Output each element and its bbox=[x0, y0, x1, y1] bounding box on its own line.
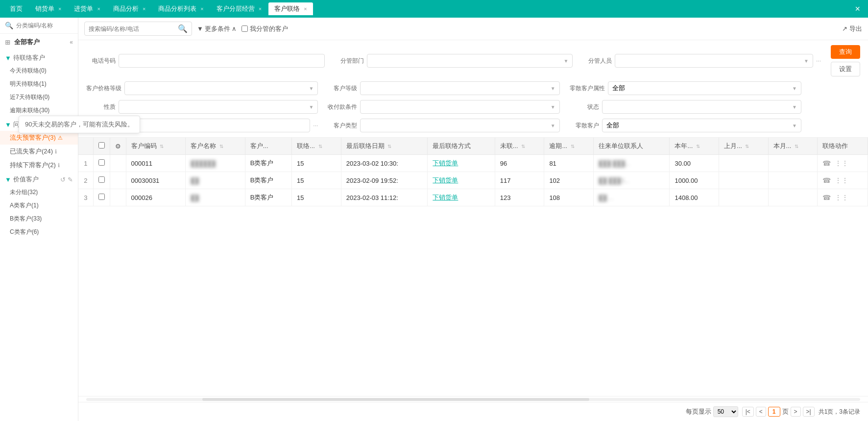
sidebar-item-class-b[interactable]: B类客户(33) bbox=[0, 212, 78, 225]
th-last-date[interactable]: 最后联络日期 ⇅ bbox=[341, 138, 428, 155]
last-page-button[interactable]: >| bbox=[803, 407, 815, 417]
nav-tab-purchase[interactable]: 进货单 × bbox=[68, 2, 106, 15]
sidebar-item-today[interactable]: 今天待联络(0) bbox=[0, 64, 78, 77]
price-grade-select[interactable]: ▼ bbox=[124, 81, 318, 95]
row-last-method-1[interactable]: 下销货单 bbox=[428, 172, 495, 189]
next-page-button[interactable]: > bbox=[791, 407, 801, 417]
export-button[interactable]: ↗ 导出 bbox=[842, 25, 862, 33]
phone-input[interactable] bbox=[119, 54, 325, 68]
collapse-icon: « bbox=[70, 39, 73, 46]
analysis-close-icon[interactable]: × bbox=[143, 6, 145, 12]
row-checkbox-2[interactable] bbox=[93, 189, 110, 206]
group-pending-label: 待联络客户 bbox=[13, 53, 45, 62]
person-dots[interactable]: ··· bbox=[816, 57, 821, 64]
my-customers-toggle[interactable]: 我分管的客户 bbox=[241, 25, 288, 33]
nature-select[interactable]: ▼ bbox=[119, 100, 318, 114]
row-checkbox-0[interactable] bbox=[93, 155, 110, 172]
declining-label: 持续下滑客户(2) bbox=[10, 161, 56, 170]
th-name[interactable]: 客户名称 ⇅ bbox=[186, 138, 245, 155]
action-more-1[interactable]: ⋮⋮ bbox=[835, 176, 848, 184]
sidebar-item-7days[interactable]: 近7天待联络(0) bbox=[0, 91, 78, 104]
sidebar-item-tomorrow[interactable]: 明天待联络(1) bbox=[0, 77, 78, 91]
row-last-method-2[interactable]: 下销货单 bbox=[428, 189, 495, 206]
sidebar-item-class-a[interactable]: A类客户(1) bbox=[0, 199, 78, 212]
nav-tab-customer-contact[interactable]: 客户联络 × bbox=[268, 2, 313, 15]
select-all-checkbox[interactable] bbox=[98, 142, 105, 149]
customer-contact-close-icon[interactable]: × bbox=[304, 6, 307, 12]
action-contact-0[interactable]: ☎ bbox=[822, 159, 831, 167]
th-overdue[interactable]: 逾期... ⇅ bbox=[544, 138, 594, 155]
search-button[interactable]: 🔍 bbox=[178, 24, 188, 33]
search-input-wrap: 🔍 bbox=[84, 22, 192, 36]
group-value-customers[interactable]: ▼ 价值客户 ↺ ✎ bbox=[0, 172, 78, 186]
action-more-2[interactable]: ⋮⋮ bbox=[835, 194, 848, 201]
analysis-list-close-icon[interactable]: × bbox=[200, 6, 203, 12]
filter-actions: 查询 设置 bbox=[831, 45, 860, 76]
retail-attr-select[interactable]: 全部 ▼ bbox=[608, 81, 801, 95]
sidebar-item-overdue[interactable]: 逾期未联络(30) bbox=[0, 104, 78, 117]
scrollbar-thumb[interactable] bbox=[202, 398, 589, 401]
retail-attr-value: 全部 bbox=[612, 84, 625, 93]
status-label: 状态 bbox=[570, 103, 599, 111]
nav-tab-sales[interactable]: 销货单 × bbox=[29, 2, 67, 15]
warning-icon: ⚠ bbox=[58, 135, 63, 141]
dept-select[interactable]: ▼ bbox=[367, 54, 573, 68]
th-contact[interactable]: 联络... ⇅ bbox=[292, 138, 341, 155]
first-page-button[interactable]: |< bbox=[742, 407, 754, 417]
customer-type-select[interactable]: ▼ bbox=[360, 119, 559, 132]
th-action: 联络动作 bbox=[818, 138, 868, 155]
sidebar-item-ungroup[interactable]: 未分组(32) bbox=[0, 186, 78, 199]
customer-grade-label: 客户等级 bbox=[328, 84, 357, 93]
horizontal-scrollbar[interactable] bbox=[78, 396, 868, 402]
settings-button[interactable]: 设置 bbox=[831, 62, 860, 76]
action-contact-1[interactable]: ☎ bbox=[822, 176, 831, 184]
sales-close-icon[interactable]: × bbox=[58, 6, 61, 12]
row-last-method-0[interactable]: 下销货单 bbox=[428, 155, 495, 172]
nav-tab-analysis[interactable]: 商品分析 × bbox=[107, 2, 151, 15]
region-input[interactable] bbox=[124, 119, 310, 132]
edit-icon[interactable]: ✎ bbox=[68, 176, 73, 183]
th-last-month[interactable]: 上月... ⇅ bbox=[719, 138, 769, 155]
row-action-0: ☎ ⋮⋮ bbox=[818, 155, 868, 172]
page-size-select[interactable]: 50 100 200 bbox=[713, 406, 738, 417]
refresh-icon[interactable]: ↺ bbox=[60, 176, 66, 183]
row-code-2: 000026 bbox=[126, 189, 186, 206]
region-dots[interactable]: ··· bbox=[313, 122, 318, 129]
purchase-close-icon[interactable]: × bbox=[97, 6, 100, 12]
retail-customer-select[interactable]: 全部 ▼ bbox=[602, 119, 801, 132]
my-customers-checkbox[interactable] bbox=[241, 25, 248, 32]
status-select[interactable]: ▼ bbox=[602, 100, 801, 114]
sidebar-search-input[interactable] bbox=[16, 22, 78, 29]
th-this-month[interactable]: 本月... ⇅ bbox=[768, 138, 818, 155]
person-select[interactable]: ▼ bbox=[615, 54, 813, 68]
row-checkbox-1[interactable] bbox=[93, 172, 110, 189]
action-more-0[interactable]: ⋮⋮ bbox=[835, 159, 848, 167]
th-code[interactable]: 客户编码 ⇅ bbox=[126, 138, 186, 155]
nav-tab-analysis-list[interactable]: 商品分析列表 × bbox=[152, 2, 209, 15]
sidebar-item-declining[interactable]: 持续下滑客户(2) ℹ bbox=[0, 158, 78, 172]
action-contact-2[interactable]: ☎ bbox=[822, 194, 831, 201]
row-this-year-1: 1000.00 bbox=[670, 172, 719, 189]
th-settings[interactable]: ⚙ bbox=[110, 138, 126, 155]
th-last-method: 最后联络方式 bbox=[428, 138, 495, 155]
sidebar-item-churned[interactable]: 已流失客户(24) ℹ bbox=[0, 145, 78, 158]
th-no-contact[interactable]: 未联... ⇅ bbox=[495, 138, 544, 155]
customer-grade-select[interactable]: ▼ bbox=[360, 81, 559, 95]
window-close-button[interactable]: × bbox=[851, 4, 864, 14]
contact-sort-icon: ⇅ bbox=[318, 144, 322, 149]
nav-tab-customer-segment[interactable]: 客户分层经营 × bbox=[211, 2, 267, 15]
row-num-1: 2 bbox=[78, 172, 93, 189]
th-this-year[interactable]: 本年... ⇅ bbox=[670, 138, 719, 155]
sidebar-item-class-c[interactable]: C类客户(6) bbox=[0, 225, 78, 239]
query-button[interactable]: 查询 bbox=[831, 45, 860, 59]
sidebar-all-customers[interactable]: ⊞ 全部客户 « bbox=[0, 34, 78, 50]
group-pending-contact[interactable]: ▼ 待联络客户 bbox=[0, 50, 78, 64]
customer-segment-close-icon[interactable]: × bbox=[259, 6, 262, 12]
name-sort-icon: ⇅ bbox=[219, 144, 223, 149]
nav-tab-home[interactable]: 首页 bbox=[4, 2, 28, 15]
more-conditions-toggle[interactable]: ▼ 更多条件 ∧ bbox=[197, 25, 237, 33]
payment-select[interactable]: ▼ bbox=[360, 100, 559, 114]
main-search-input[interactable] bbox=[89, 25, 175, 32]
prev-page-button[interactable]: < bbox=[756, 407, 766, 417]
filter-status: 状态 ▼ bbox=[570, 100, 801, 114]
